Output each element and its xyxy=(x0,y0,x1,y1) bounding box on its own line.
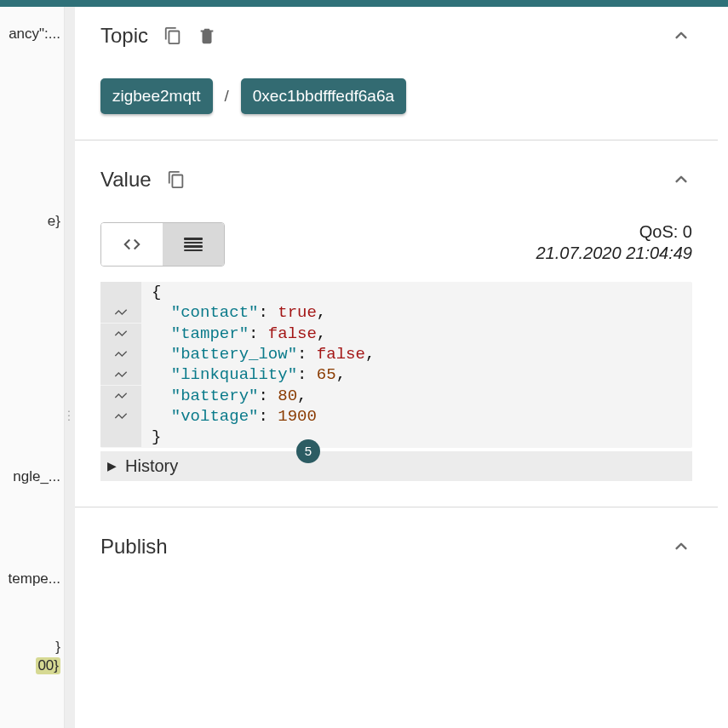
topic-panel: Topic zigbee2mqtt / 0xec1bbdfffedf6a xyxy=(75,7,718,140)
chart-icon[interactable] xyxy=(100,302,141,323)
chart-icon[interactable] xyxy=(100,344,141,364)
topic-segment[interactable]: zigbee2mqtt xyxy=(100,78,213,114)
drag-handle-icon: ··· xyxy=(67,409,71,421)
topic-separator: / xyxy=(225,87,229,106)
tree-row[interactable]: } xyxy=(0,639,64,656)
lines-icon xyxy=(184,236,203,253)
qos-label: QoS: 0 xyxy=(536,222,692,242)
code-icon xyxy=(121,235,143,254)
pane-resizer[interactable]: ··· xyxy=(65,0,75,728)
history-label: History xyxy=(125,456,178,476)
formatted-view-button[interactable] xyxy=(163,223,224,266)
publish-panel: Publish xyxy=(75,518,718,627)
tree-row[interactable]: tempe... xyxy=(0,570,64,588)
detail-scroll[interactable]: Topic zigbee2mqtt / 0xec1bbdfffedf6a xyxy=(75,7,718,728)
panel-title: Topic xyxy=(100,24,148,48)
chart-icon[interactable] xyxy=(100,406,141,427)
view-mode-toggle xyxy=(100,222,225,267)
tree-row[interactable]: 00} xyxy=(0,657,64,674)
panel-title: Publish xyxy=(100,535,168,559)
panel-title: Value xyxy=(100,168,152,192)
chart-icon[interactable] xyxy=(100,364,141,385)
raw-view-button[interactable] xyxy=(101,223,163,266)
collapse-icon[interactable] xyxy=(670,169,692,191)
topic-breadcrumb: zigbee2mqtt / 0xec1bbdfffedf6a6a xyxy=(100,78,692,114)
copy-icon[interactable] xyxy=(163,26,182,45)
app-header-bar xyxy=(0,0,728,7)
chart-icon[interactable] xyxy=(100,386,141,406)
chart-icon[interactable] xyxy=(100,324,141,344)
topic-tree[interactable]: ancy":... e} ngle_... tempe... } 00} xyxy=(0,0,65,728)
copy-icon[interactable] xyxy=(167,170,186,189)
tree-row[interactable]: ngle_... xyxy=(0,468,64,485)
delete-icon[interactable] xyxy=(198,26,216,45)
history-toggle[interactable]: ▶ History 5 xyxy=(100,451,692,481)
value-panel: Value xyxy=(75,151,718,507)
timestamp: 21.07.2020 21:04:49 xyxy=(536,244,692,263)
topic-segment[interactable]: 0xec1bbdfffedf6a6a xyxy=(241,78,406,114)
json-payload: { "contact": true, "tamper": false, "bat… xyxy=(100,282,692,448)
collapse-icon[interactable] xyxy=(670,25,692,47)
expand-arrow-icon: ▶ xyxy=(107,459,117,473)
tree-row[interactable]: e} xyxy=(0,213,64,230)
message-meta: QoS: 0 21.07.2020 21:04:49 xyxy=(536,222,692,263)
tree-row[interactable]: ancy":... xyxy=(0,26,64,43)
history-count-badge: 5 xyxy=(296,439,320,463)
collapse-icon[interactable] xyxy=(670,536,692,558)
